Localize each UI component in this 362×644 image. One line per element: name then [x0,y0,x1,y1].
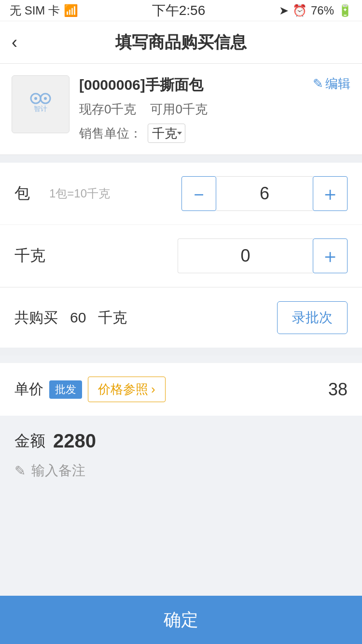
back-button[interactable]: ‹ [12,32,17,53]
product-header: [0000006]手撕面包 ✎ 编辑 [79,75,350,101]
status-right: ➤ ⏰ 76% 🔋 [279,4,352,17]
no-sim-text: 无 SIM 卡 [10,3,60,18]
stock-current: 现存0千克 [79,102,136,116]
divider-2 [0,348,362,355]
kg-row: 千克 ＋ [0,225,362,287]
status-bar: 无 SIM 卡 📶 下午2:56 ➤ ⏰ 76% 🔋 [0,0,362,21]
status-left: 无 SIM 卡 📶 [10,3,78,18]
edit-button[interactable]: ✎ 编辑 [313,75,350,92]
quantity-section: 包 1包=10千克 － ＋ 千克 ＋ 共购买 60 千克 录批次 [0,163,362,348]
svg-text:智计: 智计 [34,105,47,112]
battery-text: 76% [311,4,334,17]
package-minus-button[interactable]: － [181,176,216,211]
package-label: 包 [14,183,43,204]
pencil-icon: ✎ [14,463,26,479]
price-ref-arrow: › [151,382,155,397]
total-text: 共购买 60 千克 [14,308,127,328]
total-label: 共购买 [14,309,58,325]
battery-icon: 🔋 [338,4,352,17]
kg-plus-button[interactable]: ＋ [313,238,348,273]
stock-available: 可用0千克 [150,102,207,116]
price-section: 单价 批发 价格参照 › 38 [0,363,362,416]
product-info: [0000006]手撕面包 ✎ 编辑 现存0千克 可用0千克 销售单位： 千克 [79,75,350,143]
amount-bg: 金额 2280 ✎ 输入备注 [0,416,362,491]
status-time: 下午2:56 [152,1,206,20]
package-control: － ＋ [181,176,348,211]
kg-input[interactable] [178,238,313,273]
total-section: 共购买 60 千克 录批次 [0,287,362,348]
product-name: [0000006]手撕面包 [79,75,203,95]
unit-label: 销售单位： [79,125,142,142]
package-row: 包 1包=10千克 － ＋ [0,163,362,225]
product-stock: 现存0千克 可用0千克 [79,101,350,118]
product-image: 智计 [12,75,70,133]
product-card: 智计 [0000006]手撕面包 ✎ 编辑 现存0千克 可用0千克 销售单位： … [0,64,362,155]
amount-value: 2280 [53,430,96,452]
price-ref-label: 价格参照 [98,381,148,398]
confirm-bar[interactable]: 确定 [0,596,362,644]
note-label: 输入备注 [31,462,85,480]
batch-button[interactable]: 录批次 [277,301,348,334]
kg-control: ＋ [178,238,348,273]
package-hint: 1包=10千克 [49,186,181,201]
unit-select[interactable]: 千克 [148,124,185,143]
svg-point-3 [44,97,47,100]
divider-1 [0,155,362,163]
price-ref-button[interactable]: 价格参照 › [88,377,166,402]
alarm-icon: ⏰ [292,4,307,17]
total-unit: 千克 [98,309,127,325]
location-icon: ➤ [279,4,289,17]
price-label-group: 单价 批发 价格参照 › [14,377,166,402]
note-row[interactable]: ✎ 输入备注 [14,462,348,480]
price-label: 单价 [14,379,43,399]
price-value: 38 [328,379,348,400]
batch-tag: 批发 [49,380,82,399]
edit-label: 编辑 [325,75,350,92]
package-input[interactable] [216,176,313,211]
wifi-icon: 📶 [64,4,78,17]
product-logo: 智计 [26,90,55,119]
kg-label: 千克 [14,245,45,266]
page-title: 填写商品购买信息 [115,31,247,54]
product-unit-row: 销售单位： 千克 [79,124,350,143]
package-plus-button[interactable]: ＋ [313,176,348,211]
amount-section: 金额 2280 ✎ 输入备注 [0,416,362,491]
confirm-button-label: 确定 [164,608,198,632]
total-amount: 60 [70,309,86,325]
edit-icon: ✎ [313,76,323,91]
svg-point-2 [34,97,37,100]
amount-label: 金额 [14,431,45,452]
amount-row: 金额 2280 [14,430,348,452]
nav-bar: ‹ 填写商品购买信息 [0,21,362,64]
